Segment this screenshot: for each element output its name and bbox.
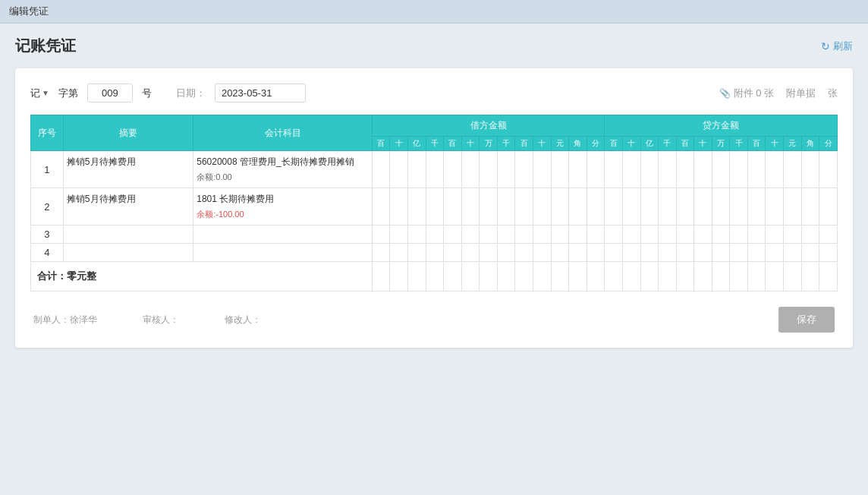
date-input[interactable] bbox=[215, 84, 306, 102]
debit-digit-3-12[interactable] bbox=[569, 225, 587, 244]
credit-digit-2-13[interactable] bbox=[819, 188, 838, 225]
debit-digit-1-2[interactable] bbox=[390, 151, 408, 188]
credit-digit-4-9[interactable] bbox=[747, 244, 766, 262]
table-row[interactable]: 2摊销5月待摊费用1801 长期待摊费用余额:-100.00 bbox=[31, 188, 838, 225]
credit-digit-4-12[interactable] bbox=[801, 244, 819, 262]
debit-digit-2-2[interactable] bbox=[390, 188, 408, 225]
credit-digit-3-2[interactable] bbox=[622, 225, 640, 244]
credit-digit-4-8[interactable] bbox=[730, 244, 748, 262]
credit-digit-1-2[interactable] bbox=[622, 151, 640, 188]
credit-digit-3-11[interactable] bbox=[784, 225, 802, 244]
credit-digit-1-11[interactable] bbox=[784, 151, 802, 188]
debit-digit-4-4[interactable] bbox=[426, 244, 444, 262]
attachment-doc[interactable]: 附单据 bbox=[786, 87, 816, 100]
credit-digit-2-10[interactable] bbox=[766, 188, 784, 225]
debit-digit-2-12[interactable] bbox=[569, 188, 587, 225]
credit-digit-3-5[interactable] bbox=[676, 225, 694, 244]
credit-digit-3-9[interactable] bbox=[747, 225, 766, 244]
attachment-link[interactable]: 📎 附件 0 张 bbox=[719, 87, 774, 100]
type-select[interactable]: 记 ▼ bbox=[30, 87, 49, 100]
credit-digit-4-7[interactable] bbox=[712, 244, 730, 262]
credit-digit-1-1[interactable] bbox=[605, 151, 623, 188]
credit-digit-2-1[interactable] bbox=[605, 188, 623, 225]
credit-digit-3-13[interactable] bbox=[819, 225, 838, 244]
debit-digit-1-9[interactable] bbox=[515, 151, 533, 188]
debit-digit-4-2[interactable] bbox=[390, 244, 408, 262]
refresh-button[interactable]: ↻ 刷新 bbox=[821, 39, 853, 53]
debit-digit-3-1[interactable] bbox=[372, 225, 390, 244]
debit-digit-1-13[interactable] bbox=[587, 151, 605, 188]
row-summary-4[interactable] bbox=[63, 244, 193, 262]
table-row[interactable]: 1摊销5月待摊费用56020008 管理费用_长期待摊费用摊销余额:0.00 bbox=[31, 151, 838, 188]
credit-digit-1-12[interactable] bbox=[801, 151, 819, 188]
credit-digit-2-12[interactable] bbox=[801, 188, 819, 225]
debit-digit-1-7[interactable] bbox=[480, 151, 498, 188]
credit-digit-3-3[interactable] bbox=[640, 225, 659, 244]
debit-digit-4-8[interactable] bbox=[497, 244, 515, 262]
voucher-number-input[interactable] bbox=[87, 84, 133, 102]
debit-digit-4-11[interactable] bbox=[551, 244, 569, 262]
debit-digit-2-4[interactable] bbox=[426, 188, 444, 225]
debit-digit-4-5[interactable] bbox=[444, 244, 462, 262]
debit-digit-3-9[interactable] bbox=[515, 225, 533, 244]
credit-digit-2-6[interactable] bbox=[694, 188, 712, 225]
debit-digit-3-8[interactable] bbox=[497, 225, 515, 244]
debit-digit-4-12[interactable] bbox=[569, 244, 587, 262]
debit-digit-2-11[interactable] bbox=[551, 188, 569, 225]
debit-digit-2-8[interactable] bbox=[497, 188, 515, 225]
credit-digit-1-13[interactable] bbox=[819, 151, 838, 188]
credit-digit-1-5[interactable] bbox=[676, 151, 694, 188]
credit-digit-2-2[interactable] bbox=[622, 188, 640, 225]
debit-digit-1-10[interactable] bbox=[533, 151, 551, 188]
credit-digit-4-6[interactable] bbox=[694, 244, 712, 262]
row-account-3[interactable] bbox=[193, 225, 373, 244]
credit-digit-2-11[interactable] bbox=[784, 188, 802, 225]
debit-digit-3-13[interactable] bbox=[587, 225, 605, 244]
credit-digit-4-2[interactable] bbox=[622, 244, 640, 262]
row-summary-1[interactable]: 摊销5月待摊费用 bbox=[63, 151, 193, 188]
save-button[interactable]: 保存 bbox=[778, 307, 835, 333]
credit-digit-1-6[interactable] bbox=[694, 151, 712, 188]
debit-digit-4-1[interactable] bbox=[372, 244, 390, 262]
credit-digit-4-11[interactable] bbox=[784, 244, 802, 262]
debit-digit-4-7[interactable] bbox=[480, 244, 498, 262]
row-account-2[interactable]: 1801 长期待摊费用余额:-100.00 bbox=[193, 188, 373, 225]
debit-digit-4-10[interactable] bbox=[533, 244, 551, 262]
credit-digit-1-8[interactable] bbox=[730, 151, 748, 188]
debit-digit-4-9[interactable] bbox=[515, 244, 533, 262]
table-row[interactable]: 3 bbox=[31, 225, 838, 244]
debit-digit-2-9[interactable] bbox=[515, 188, 533, 225]
debit-digit-4-13[interactable] bbox=[587, 244, 605, 262]
debit-digit-2-7[interactable] bbox=[480, 188, 498, 225]
debit-digit-2-5[interactable] bbox=[444, 188, 462, 225]
credit-digit-3-8[interactable] bbox=[730, 225, 748, 244]
debit-digit-2-6[interactable] bbox=[461, 188, 480, 225]
debit-digit-2-10[interactable] bbox=[533, 188, 551, 225]
debit-digit-2-13[interactable] bbox=[587, 188, 605, 225]
row-account-1[interactable]: 56020008 管理费用_长期待摊费用摊销余额:0.00 bbox=[193, 151, 373, 188]
credit-digit-2-7[interactable] bbox=[712, 188, 730, 225]
debit-digit-3-6[interactable] bbox=[461, 225, 480, 244]
row-summary-2[interactable]: 摊销5月待摊费用 bbox=[63, 188, 193, 225]
credit-digit-1-4[interactable] bbox=[659, 151, 677, 188]
debit-digit-1-3[interactable] bbox=[408, 151, 426, 188]
credit-digit-1-3[interactable] bbox=[640, 151, 659, 188]
debit-digit-3-4[interactable] bbox=[426, 225, 444, 244]
debit-digit-1-1[interactable] bbox=[372, 151, 390, 188]
dropdown-arrow-icon[interactable]: ▼ bbox=[42, 89, 49, 97]
credit-digit-2-3[interactable] bbox=[640, 188, 659, 225]
debit-digit-1-11[interactable] bbox=[551, 151, 569, 188]
debit-digit-3-2[interactable] bbox=[390, 225, 408, 244]
debit-digit-4-6[interactable] bbox=[461, 244, 480, 262]
credit-digit-4-10[interactable] bbox=[766, 244, 784, 262]
debit-digit-3-11[interactable] bbox=[551, 225, 569, 244]
credit-digit-3-4[interactable] bbox=[659, 225, 677, 244]
debit-digit-1-4[interactable] bbox=[426, 151, 444, 188]
credit-digit-1-10[interactable] bbox=[766, 151, 784, 188]
credit-digit-4-13[interactable] bbox=[819, 244, 838, 262]
debit-digit-2-1[interactable] bbox=[372, 188, 390, 225]
credit-digit-4-1[interactable] bbox=[605, 244, 623, 262]
credit-digit-2-5[interactable] bbox=[676, 188, 694, 225]
credit-digit-4-3[interactable] bbox=[640, 244, 659, 262]
credit-digit-3-7[interactable] bbox=[712, 225, 730, 244]
